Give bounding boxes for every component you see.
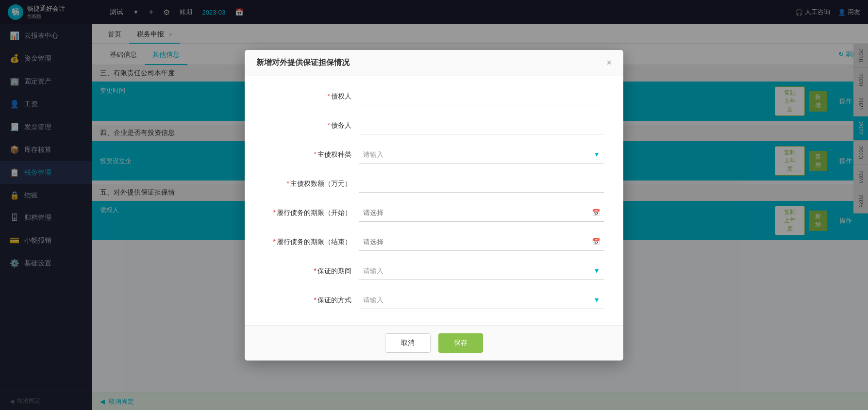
guarantee-method-label-text: 保证的方式 — [317, 296, 351, 304]
form-row-creditor: *债权人 — [264, 88, 604, 105]
guarantee-period-label-text: 保证的期间 — [317, 267, 351, 275]
label-creditor: *债权人 — [264, 92, 351, 101]
label-guarantee-method: *保证的方式 — [264, 296, 351, 305]
debtor-input[interactable] — [359, 117, 604, 134]
claim-amount-label-text: 主债权数额（万元） — [290, 180, 351, 187]
cancel-button[interactable]: 取消 — [385, 333, 431, 353]
claim-amount-input[interactable] — [359, 175, 604, 193]
save-button[interactable]: 保存 — [438, 333, 483, 353]
period-start-wrapper: 📅 — [359, 204, 604, 222]
form-row-period-end: *履行债务的期限（结束） 📅 — [264, 233, 604, 251]
modal-title: 新增对外提供保证担保情况 — [256, 58, 350, 68]
form-row-claim-amount: *主债权数额（万元） — [264, 175, 604, 193]
form-row-guarantee-method: *保证的方式 请输入 ▼ — [264, 292, 604, 309]
calendar-end-icon[interactable]: 📅 — [592, 238, 600, 246]
label-period-end: *履行债务的期限（结束） — [264, 238, 351, 246]
claim-type-select[interactable]: 请输入 — [359, 146, 604, 163]
form-row-period-start: *履行债务的期限（开始） 📅 — [264, 204, 604, 222]
required-star: * — [328, 92, 330, 100]
required-star-3: * — [314, 150, 317, 158]
modal-close-btn[interactable]: × — [606, 58, 612, 67]
creditor-input[interactable] — [359, 88, 604, 105]
period-end-label-text: 履行债务的期限（结束） — [277, 238, 351, 246]
period-end-wrapper: 📅 — [359, 233, 604, 251]
label-debtor: *债务人 — [264, 121, 351, 130]
modal-overlay: 新增对外提供保证担保情况 × *债权人 *债务人 * — [0, 0, 868, 410]
guarantee-period-select[interactable]: 请输入 — [359, 262, 604, 279]
period-end-input[interactable] — [359, 238, 604, 246]
label-guarantee-period: *保证的期间 — [264, 267, 351, 276]
label-claim-amount: *主债权数额（万元） — [264, 180, 351, 188]
label-claim-type: *主债权种类 — [264, 150, 351, 159]
required-star-6: * — [273, 238, 276, 246]
modal-body: *债权人 *债务人 *主债权种类 请输入 — [245, 76, 623, 325]
label-period-start: *履行债务的期限（开始） — [264, 209, 351, 217]
modal: 新增对外提供保证担保情况 × *债权人 *债务人 * — [245, 50, 623, 361]
guarantee-method-select[interactable]: 请输入 — [359, 291, 604, 309]
required-star-4: * — [287, 180, 289, 187]
period-start-label-text: 履行债务的期限（开始） — [277, 209, 351, 216]
guarantee-method-select-wrapper: 请输入 ▼ — [359, 292, 604, 309]
calendar-start-icon[interactable]: 📅 — [592, 209, 600, 216]
required-star-5: * — [273, 209, 276, 216]
period-start-input[interactable] — [359, 209, 604, 216]
debtor-label-text: 债务人 — [331, 121, 351, 129]
required-star-8: * — [314, 296, 317, 304]
claim-type-select-wrapper: 请输入 ▼ — [359, 146, 604, 164]
creditor-label-text: 债权人 — [331, 92, 351, 100]
required-star-2: * — [328, 121, 330, 129]
form-row-guarantee-period: *保证的期间 请输入 ▼ — [264, 262, 604, 280]
form-row-debtor: *债务人 — [264, 117, 604, 134]
claim-type-label-text: 主债权种类 — [317, 150, 351, 158]
required-star-7: * — [314, 267, 317, 275]
modal-footer: 取消 保存 — [245, 325, 623, 361]
guarantee-period-select-wrapper: 请输入 ▼ — [359, 262, 604, 280]
modal-header: 新增对外提供保证担保情况 × — [245, 50, 623, 76]
form-row-claim-type: *主债权种类 请输入 ▼ — [264, 146, 604, 164]
